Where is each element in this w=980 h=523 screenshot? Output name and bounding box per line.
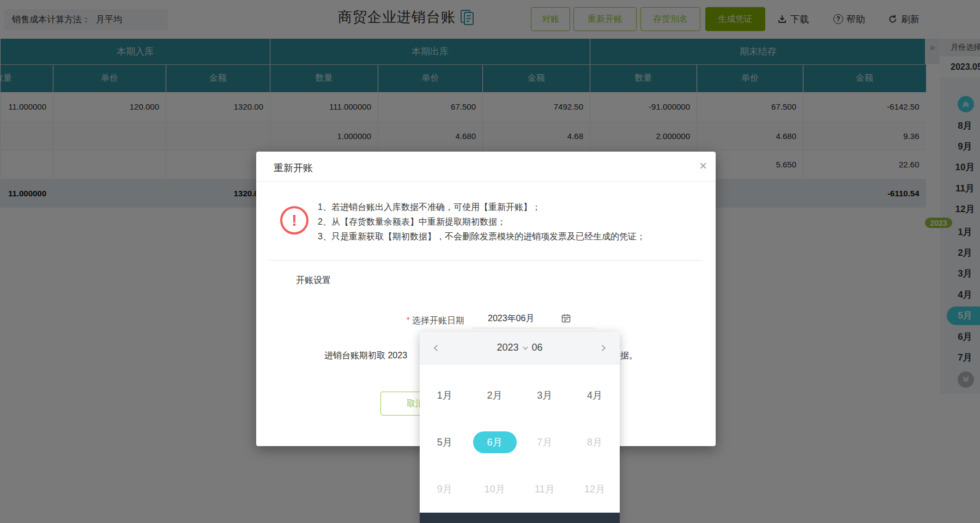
dialog-title-divider	[256, 181, 716, 182]
picker-month: 06	[532, 342, 543, 353]
note-line-3: 3、只是重新获取【期初数据】，不会删除发票模块的进销项发票及已经生成的凭证；	[318, 229, 645, 244]
picker-month-jul: 7月	[520, 419, 570, 466]
picker-header: 2023 06	[420, 332, 620, 364]
picker-month-oct: 10月	[470, 466, 520, 513]
note-line-1: 1、若进销台账出入库数据不准确，可使用【重新开账】；	[318, 200, 645, 214]
picker-month-sep: 9月	[420, 466, 470, 513]
picker-month-apr[interactable]: 4月	[570, 372, 620, 419]
chevron-down-icon	[522, 345, 529, 351]
picker-year[interactable]: 2023	[497, 342, 518, 353]
date-field-label: *选择开账日期	[354, 315, 464, 327]
picker-month-grid: 1月 2月 3月 4月 5月 6月 7月 8月 9月 10月 11月 12月	[420, 372, 620, 513]
picker-month-jan[interactable]: 1月	[420, 372, 470, 419]
close-icon[interactable]: ×	[699, 159, 707, 172]
open-date-input[interactable]: 2023年06月	[473, 310, 594, 328]
prev-year-arrow-icon[interactable]	[429, 341, 443, 354]
warning-icon: !	[280, 206, 308, 235]
hint-text-suffix: 据。	[620, 350, 638, 362]
app-screen: 销售成本计算方法： 月平均 商贸企业进销台账 对账 重新开账 存货别名 生成凭证	[0, 0, 980, 523]
picker-month-jun-selected[interactable]: 6月	[470, 419, 520, 466]
dialog-title: 重新开账	[274, 161, 313, 175]
required-asterisk: *	[407, 316, 410, 325]
picker-month-mar[interactable]: 3月	[520, 372, 570, 419]
month-picker-popup: 2023 06 1月 2月 3月 4月 5月 6月	[420, 332, 620, 523]
picker-month-nov: 11月	[520, 466, 570, 513]
note-line-2: 2、从【存货数量余额表】中重新提取期初数据；	[318, 214, 645, 229]
open-date-value: 2023年06月	[488, 313, 534, 324]
calendar-icon	[561, 314, 571, 323]
picker-month-dec: 12月	[570, 466, 620, 513]
selected-month-pill: 6月	[473, 431, 517, 453]
section-title: 开账设置	[296, 275, 331, 286]
picker-month-may[interactable]: 5月	[420, 419, 470, 466]
next-year-arrow-icon[interactable]	[597, 341, 610, 354]
picker-footer-bar	[420, 513, 620, 523]
dialog-notes: 1、若进销台账出入库数据不准确，可使用【重新开账】； 2、从【存货数量余额表】中…	[318, 200, 645, 244]
picker-month-feb[interactable]: 2月	[470, 372, 520, 419]
dialog-section-divider	[269, 260, 703, 261]
hint-text-prefix: 进销台账期初取 2023	[324, 350, 407, 362]
picker-month-aug: 8月	[570, 419, 620, 466]
